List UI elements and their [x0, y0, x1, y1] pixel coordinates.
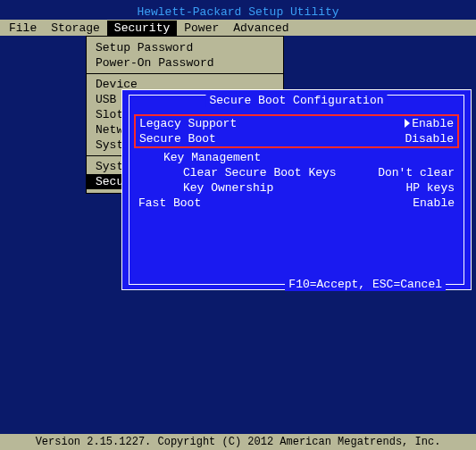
menu-advanced[interactable]: Advanced [226, 21, 296, 36]
label-keymgmt: Key Management [138, 150, 261, 165]
arrow-icon [405, 119, 410, 128]
row-clear-keys[interactable]: Clear Secure Boot Keys Don't clear [135, 165, 458, 180]
label-owner: Key Ownership [138, 180, 273, 196]
dd-setup-password[interactable]: Setup Password [87, 40, 283, 55]
menu-power[interactable]: Power [177, 21, 226, 36]
bottom-bar: Version 2.15.1227. Copyright (C) 2012 Am… [0, 434, 476, 450]
secure-boot-popup: Secure Boot Configuration F10=Accept, ES… [121, 89, 472, 290]
app-title: Hewlett-Packard Setup Utility [0, 5, 476, 19]
label-clear: Clear Secure Boot Keys [138, 165, 337, 180]
menubar: File Storage Security Power Advanced [0, 20, 476, 36]
label-legacy: Legacy Support [139, 116, 237, 131]
row-fast-boot[interactable]: Fast Boot Enable [135, 196, 458, 211]
label-secure: Secure Boot [139, 131, 216, 146]
menu-storage[interactable]: Storage [44, 21, 107, 36]
row-legacy-support[interactable]: Legacy Support Enable [136, 116, 457, 131]
value-legacy: Enable [405, 116, 454, 131]
row-key-ownership[interactable]: Key Ownership HP keys [135, 180, 458, 196]
dd-poweron-password[interactable]: Power-On Password [87, 55, 283, 71]
value-owner: HP keys [405, 180, 455, 196]
menu-file[interactable]: File [2, 21, 44, 36]
row-secure-boot[interactable]: Secure Boot Disable [136, 131, 457, 146]
value-secure: Disable [405, 131, 454, 146]
value-clear: Don't clear [378, 165, 455, 180]
highlighted-options: Legacy Support Enable Secure Boot Disabl… [134, 114, 459, 148]
popup-title: Secure Boot Configuration [205, 94, 387, 107]
value-fast: Enable [413, 196, 455, 211]
menu-security[interactable]: Security [107, 21, 177, 36]
popup-footer-hint: F10=Accept, ESC=Cancel [285, 278, 446, 291]
row-key-management[interactable]: Key Management [135, 150, 458, 165]
label-fast: Fast Boot [138, 196, 201, 211]
